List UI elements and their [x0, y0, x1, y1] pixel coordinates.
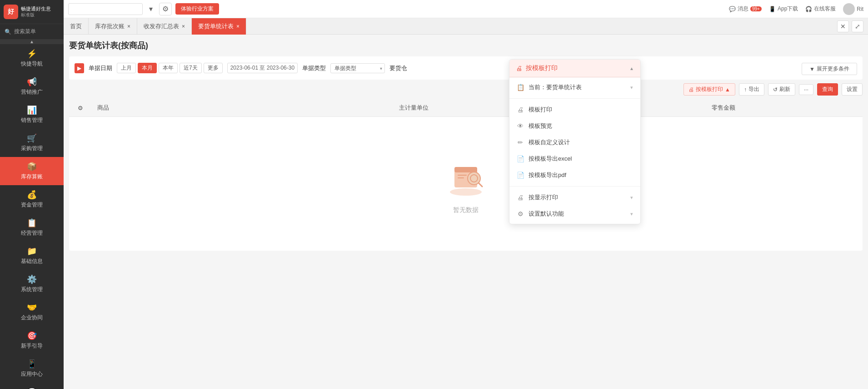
export-btn[interactable]: ↑ 导出	[739, 83, 764, 96]
last-7-days-btn[interactable]: 近7天	[180, 63, 202, 73]
dropdown-template-pdf[interactable]: 📄 按模板导出pdf	[509, 167, 640, 183]
sales-icon: 📊	[27, 105, 37, 115]
template-pdf-icon: 📄	[517, 172, 524, 179]
dropdown-current-item[interactable]: 📋 当前：要货单统计表 ▾	[509, 79, 640, 96]
scroll-up-icon: ▲	[30, 39, 34, 44]
sidebar-item-sales[interactable]: 📊 销售管理	[0, 101, 64, 129]
user-name: Rit	[857, 6, 863, 12]
template-custom-icon: ✏	[517, 139, 524, 146]
type-filter-wrap: 单据类型	[330, 63, 385, 73]
tab-receipt-summary[interactable]: 收发存汇总表 ×	[137, 18, 192, 35]
refresh-btn[interactable]: ↺ 刷新	[768, 83, 795, 96]
inventory-label: 库存算账	[21, 173, 43, 181]
message-badge: 99+	[750, 6, 762, 11]
tab-receipt-summary-close[interactable]: ×	[182, 23, 185, 30]
this-month-btn[interactable]: 本月	[138, 63, 157, 73]
app-label: 应用中心	[21, 370, 43, 378]
type-filter-select[interactable]: 单据类型	[330, 63, 385, 73]
more-options-btn[interactable]: ···	[799, 84, 813, 95]
message-label: 消息	[738, 5, 748, 13]
dropdown-template-excel[interactable]: 📄 按模板导出excel	[509, 151, 640, 167]
sidebar-item-wechat[interactable]: 💬 企业微信	[0, 383, 64, 389]
dropdown-display-print[interactable]: 🖨 按显示打印 ▾	[509, 189, 640, 206]
sidebar-search[interactable]: 🔍 搜索菜单	[0, 24, 64, 39]
topbar-settings-btn[interactable]: ⚙	[159, 3, 172, 15]
dropdown-template-preview[interactable]: 👁 模板预览	[509, 118, 640, 134]
default-settings-arrow: ▾	[630, 211, 633, 217]
sidebar-item-marketing[interactable]: 📢 营销推广	[0, 72, 64, 101]
dropdown-current-label: 当前：要货单统计表	[529, 83, 582, 91]
tab-order-stats[interactable]: 要货单统计表 ×	[192, 18, 246, 35]
sidebar-item-operation[interactable]: 📋 经营管理	[0, 213, 64, 242]
template-excel-label: 按模板导出excel	[529, 155, 572, 163]
sidebar-item-guide[interactable]: 🎯 新手引导	[0, 326, 64, 354]
chevron-up-icon[interactable]	[629, 65, 634, 71]
logo-subtitle: 标准版	[21, 12, 51, 18]
purchase-icon: 🛒	[27, 133, 37, 143]
sidebar-item-system[interactable]: ⚙️ 系统管理	[0, 270, 64, 298]
this-year-btn[interactable]: 本年	[159, 63, 178, 73]
sidebar-scroll-up[interactable]: ▲	[0, 39, 64, 44]
refresh-label: 刷新	[779, 86, 790, 93]
sidebar-item-enterprise[interactable]: 🤝 企业协同	[0, 298, 64, 326]
col-goods: 商品	[92, 99, 394, 116]
sidebar-item-quick-nav[interactable]: ⚡ 快捷导航	[0, 44, 64, 72]
trial-btn[interactable]: 体验行业方案	[175, 3, 219, 15]
date-group: 上月 本月 本年 近7天 更多	[117, 63, 223, 73]
message-btn[interactable]: 💬 消息 99+	[729, 5, 762, 13]
logo-icon: 好	[4, 5, 18, 19]
sidebar: 好 畅捷通好生意 标准版 🔍 搜索菜单 ▲ ⚡ 快捷导航 📢 营销推广 📊 销售…	[0, 0, 64, 389]
current-item-icon: 📋	[517, 84, 524, 91]
settings-btn[interactable]: 设置	[842, 83, 863, 96]
topbar-search-input[interactable]	[68, 3, 143, 15]
tab-maximize-btn[interactable]: ⤢	[852, 20, 863, 32]
display-print-arrow: ▾	[630, 195, 633, 201]
dropdown-template-custom[interactable]: ✏ 模板自定义设计	[509, 134, 640, 151]
tab-order-stats-close[interactable]: ×	[236, 23, 239, 30]
print-btn[interactable]: 🖨 按模板打印 ▲	[683, 83, 735, 96]
last-month-btn[interactable]: 上月	[117, 63, 136, 73]
page-content: 要货单统计表(按商品) ▶ 单据日期 上月 本月 本年 近7天 更多 2023-…	[64, 35, 868, 389]
more-date-btn[interactable]: 更多	[204, 63, 223, 73]
tab-home-label: 首页	[70, 22, 82, 30]
sidebar-item-purchase[interactable]: 🛒 采购管理	[0, 129, 64, 157]
dropdown-current-section: 📋 当前：要货单统计表 ▾	[509, 77, 640, 97]
filter-expand-btn[interactable]: ▶	[75, 63, 84, 73]
expand-row: ▼ 展开更多条件	[802, 61, 857, 75]
tab-receipt-summary-label: 收发存汇总表	[144, 22, 179, 30]
user-avatar-area[interactable]: Rit	[843, 3, 863, 15]
marketing-icon: 📢	[27, 77, 37, 87]
tab-home[interactable]: 首页	[64, 18, 89, 35]
dropdown-template-print[interactable]: 🖨 模板打印	[509, 101, 640, 118]
sidebar-item-finance[interactable]: 💰 资金管理	[0, 185, 64, 213]
dropdown-divider-2	[509, 186, 640, 187]
operation-label: 经营管理	[21, 229, 43, 237]
sidebar-item-app[interactable]: 📱 应用中心	[0, 354, 64, 383]
tab-close-all-btn[interactable]: ✕	[837, 20, 849, 32]
topbar-dropdown-btn[interactable]: ▾	[146, 5, 155, 14]
app-download-label: App下载	[778, 5, 798, 13]
page-title: 要货单统计表(按商品)	[69, 40, 863, 51]
expand-more-btn[interactable]: ▼ 展开更多条件	[802, 63, 857, 75]
dropdown-header: 🖨 按模板打印	[509, 60, 640, 77]
tab-inventory-batch-close[interactable]: ×	[127, 23, 130, 30]
online-service-btn[interactable]: 🎧 在线客服	[805, 5, 836, 13]
app-download-btn[interactable]: 📱 App下载	[769, 5, 798, 13]
sidebar-item-basic[interactable]: 📁 基础信息	[0, 242, 64, 270]
toolbar: 🖨 按模板打印 ▲ ↑ 导出 ↺ 刷新 ··· 查询 设置	[69, 83, 863, 96]
purchase-label: 采购管理	[21, 145, 43, 152]
app-download-icon: 📱	[769, 6, 776, 12]
template-print-icon: 🖨	[517, 106, 524, 113]
svg-point-0	[450, 188, 482, 196]
data-table: ⚙ 商品 主计量单位 主数量 零售金额	[69, 99, 863, 251]
topbar-right: 💬 消息 99+ 📱 App下载 🎧 在线客服 Rit	[729, 3, 863, 15]
dropdown-main-section: 🖨 模板打印 👁 模板预览 ✏ 模板自定义设计 📄 按模板导出excel 📄 按…	[509, 100, 640, 185]
col-settings[interactable]: ⚙	[69, 100, 92, 116]
tab-inventory-batch[interactable]: 库存批次账 ×	[89, 18, 137, 35]
dropdown-default-settings[interactable]: ⚙ 设置默认功能 ▾	[509, 206, 640, 222]
wechat-icon: 💬	[27, 387, 37, 389]
query-btn[interactable]: 查询	[817, 83, 838, 96]
default-settings-icon: ⚙	[517, 210, 524, 217]
sidebar-item-inventory[interactable]: 📦 库存算账	[0, 157, 64, 185]
print-dropdown: 🖨 按模板打印 📋 当前：要货单统计表 ▾ 🖨 模板打印 👁 模板预览 ✏ 模板…	[509, 59, 641, 224]
